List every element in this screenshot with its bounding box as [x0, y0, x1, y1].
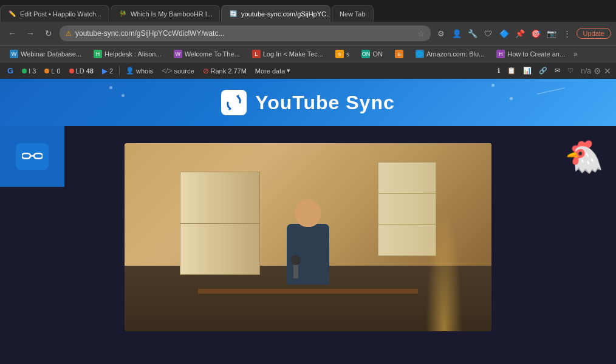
bookmark-login-label: Log In < Make Tec... [263, 50, 323, 58]
svg-rect-3 [22, 153, 30, 158]
address-text: youtube-sync.com/gSijHpYCcWdiclWY/watc..… [75, 29, 414, 38]
bookmark-on-favicon: ON [361, 50, 370, 58]
seo-heart-icon[interactable]: ♡ [565, 66, 576, 75]
seo-info-icon[interactable]: ℹ [495, 66, 502, 75]
tab-2-label: Which Is My BambooHR I... [131, 10, 213, 18]
bookmark-welcome-label: Welcome To The... [185, 50, 240, 58]
seo-close-icon[interactable]: ✕ [604, 66, 611, 76]
bookmark-login-favicon: L [252, 50, 261, 58]
ext3-icon[interactable]: 🔷 [498, 27, 511, 40]
seo-whois-item[interactable]: 👤 whois [123, 66, 156, 75]
address-box[interactable]: ⚠ youtube-sync.com/gSijHpYCcWdiclWY/watc… [60, 25, 431, 41]
seo-l-label: L [51, 67, 55, 75]
profile-icon[interactable]: 👤 [450, 27, 464, 40]
address-bar-row: ← → ↻ ⚠ youtube-sync.com/gSijHpYCcWdiclW… [0, 22, 616, 45]
svg-line-2 [537, 88, 564, 94]
seo-source-item[interactable]: </> source [159, 66, 196, 76]
seo-b-item[interactable]: ▶ 2 [100, 66, 115, 76]
bookmark-welcome[interactable]: W Welcome To The... [169, 49, 245, 59]
extensions-icon[interactable]: ⚙ [434, 27, 448, 40]
ext1-icon[interactable]: 🔧 [466, 27, 479, 40]
bookmark-amazon-label: Amazon.com: Blu... [426, 50, 484, 58]
seo-l-item[interactable]: L 0 [42, 67, 63, 75]
seo-n-a-label: n/a [581, 67, 591, 75]
deco-line [537, 85, 567, 103]
bookmark-a-favicon: a [395, 50, 403, 58]
wardrobe [180, 172, 261, 275]
link-svg [22, 150, 43, 162]
seo-rank-label: Rank 2.77M [211, 67, 247, 75]
seo-i-item[interactable]: I 3 [19, 67, 38, 75]
bookmark-amazon[interactable]: 🌐 Amazon.com: Blu... [411, 49, 489, 59]
forward-button[interactable]: → [23, 26, 38, 41]
seo-b-count: 2 [109, 67, 113, 75]
seo-rank-item[interactable]: ⊘ Rank 2.77M [200, 66, 249, 76]
seo-ld-item[interactable]: LD 48 [67, 67, 96, 75]
video-player[interactable] [125, 143, 491, 331]
bookmark-login[interactable]: L Log In < Make Tec... [247, 49, 328, 59]
bookmark-on[interactable]: ON ON [357, 49, 388, 59]
tab-1-favicon: ✏️ [8, 10, 16, 18]
seo-link-icon[interactable]: 🔗 [536, 66, 550, 75]
person-silhouette [272, 187, 344, 285]
seo-whois-label: whois [136, 67, 153, 75]
more-bookmarks-button[interactable]: » [573, 50, 578, 58]
seo-g-icon[interactable]: G [5, 66, 16, 76]
tab-bar: ✏️ Edit Post • Happilo Watch... 🎋 Which … [0, 0, 616, 22]
chicken-emoji: 🐔 [564, 138, 604, 175]
ext6-icon[interactable]: 📷 [545, 27, 558, 40]
more-ext-icon[interactable]: ⋮ [561, 27, 574, 40]
update-button[interactable]: Update [577, 28, 611, 39]
ext4-icon[interactable]: 📌 [513, 27, 527, 40]
bookmark-webinar[interactable]: W Webinar Database... [5, 49, 86, 59]
tab-4[interactable]: New Tab [332, 5, 374, 22]
seo-source-label: source [174, 67, 194, 75]
person-head [295, 199, 321, 227]
seo-person-icon: 👤 [126, 67, 134, 75]
bookmark-helpdesk[interactable]: H Helpdesk : Alison... [89, 49, 166, 59]
bookmark-s-label: s [346, 50, 350, 58]
yt-logo-icon [221, 90, 247, 115]
reload-button[interactable]: ↻ [41, 26, 56, 41]
seo-clipboard-icon[interactable]: 📋 [505, 66, 518, 75]
seo-gear-icon[interactable]: ⚙ [594, 66, 601, 76]
seo-mail-icon[interactable]: ✉ [552, 66, 563, 75]
svg-rect-4 [34, 153, 43, 158]
seo-more-data-item[interactable]: More data ▾ [253, 66, 293, 75]
ext5-icon[interactable]: 🎯 [529, 27, 542, 40]
seo-right-icons: ℹ 📋 📊 🔗 ✉ ♡ n/a ⚙ ✕ [495, 66, 611, 76]
seo-i-label: I [29, 67, 30, 75]
deco-dot-4 [510, 97, 513, 100]
ext2-icon[interactable]: 🛡 [482, 27, 495, 40]
desk [198, 289, 418, 294]
seo-more-data-label: More data [255, 67, 286, 75]
seo-chart-icon[interactable]: 📊 [521, 66, 534, 75]
room-background [125, 143, 491, 331]
deco-dot-3 [491, 84, 495, 87]
bookmark-amazon-favicon: 🌐 [416, 50, 424, 58]
bookmark-star-icon[interactable]: ☆ [417, 29, 425, 38]
tab-1[interactable]: ✏️ Edit Post • Happilo Watch... [0, 5, 109, 22]
bookmark-webinar-label: Webinar Database... [21, 50, 81, 58]
microphone-stand [293, 260, 298, 278]
tab-1-label: Edit Post • Happilo Watch... [20, 10, 101, 18]
tab-2[interactable]: 🎋 Which Is My BambooHR I... [111, 5, 220, 22]
seo-ld-label: LD [76, 67, 84, 75]
page-content: YouTube Sync [0, 79, 616, 364]
yt-header: YouTube Sync [0, 79, 616, 126]
seo-bar: G I 3 L 0 LD 48 ▶ 2 👤 whois </> source [0, 62, 616, 79]
bookmark-s-favicon: s [335, 50, 344, 58]
wardrobe-shelf [180, 223, 260, 224]
tab-3[interactable]: 🔄 youtube-sync.com/gSijHpYC... ✕ [221, 5, 330, 22]
bookmark-how[interactable]: H How to Create an... [491, 49, 570, 59]
bookmark-s[interactable]: s s [330, 49, 355, 59]
back-button[interactable]: ← [5, 26, 19, 41]
lamp-glow [426, 210, 462, 331]
tab-4-label: New Tab [340, 10, 366, 18]
seo-i-count: 3 [32, 67, 36, 75]
bookmark-how-favicon: H [496, 50, 505, 58]
left-banner [0, 126, 64, 187]
bookmark-helpdesk-favicon: H [94, 50, 102, 58]
bookmark-amazon-icon[interactable]: a [390, 49, 408, 59]
seo-b-icon: ▶ [102, 67, 108, 75]
